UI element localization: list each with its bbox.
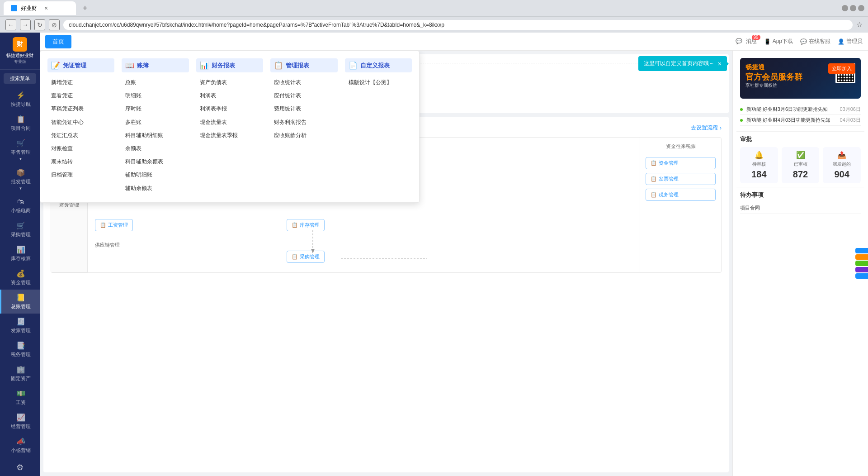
custom-report-section-title: 自定义报表 — [360, 62, 390, 70]
address-bar: ← → ↻ ⊘ ☆ — [0, 16, 868, 33]
tooltip-close-btn[interactable]: × — [718, 60, 722, 67]
news-dot-2 — [740, 119, 743, 122]
browser-tab[interactable]: 好业财 × — [4, 1, 76, 15]
capital-mgmt-node[interactable]: 📋 资金管理 — [646, 157, 716, 169]
sidebar-item-marketing[interactable]: 📣 小畅营销 — [0, 433, 40, 457]
menu-item-general-ledger[interactable]: 总账 — [122, 76, 189, 89]
menu-item-aux-detail[interactable]: 辅助明细账 — [122, 168, 189, 181]
menu-item-expense[interactable]: 费用统计表 — [270, 102, 337, 115]
menu-item-view-voucher[interactable]: 查看凭证 — [47, 89, 114, 102]
ledger-section-icon: 📖 — [125, 61, 134, 70]
sidebar-item-wholesale[interactable]: 📦 批发管理 ▼ — [0, 165, 40, 194]
news-item-2[interactable]: 新功能|好业财4月03日功能更新抢先知 04月03日 — [740, 115, 861, 126]
approval-done-card[interactable]: ✅ 已审核 872 — [782, 147, 820, 183]
menu-item-receivable[interactable]: 应收统计表 — [270, 76, 337, 89]
menu-item-profit-quarterly[interactable]: 利润表季报 — [196, 102, 263, 115]
sidebar-item-label: 固定资产 — [11, 375, 31, 382]
menu-item-balance-sheet[interactable]: 资产负债表 — [196, 76, 263, 89]
setup-flow-link[interactable]: 去设置流程 › — [691, 124, 722, 132]
sidebar-item-salary[interactable]: 💵 工资 — [0, 386, 40, 409]
salary-mgmt-node[interactable]: 📋 工资管理 — [95, 219, 133, 231]
menu-item-period-close[interactable]: 期末结转 — [47, 155, 114, 168]
sidebar-item-invoice[interactable]: 🧾 发票管理 — [0, 314, 40, 338]
app-download-btn[interactable]: 📱 App下载 — [764, 38, 793, 45]
sidebar-item-shortcut[interactable]: ⚡ 快捷导航 — [0, 87, 40, 111]
menu-item-template-design[interactable]: 模版设计【公测】 — [345, 76, 412, 89]
nav-delete-btn[interactable]: ⊘ — [49, 19, 60, 30]
inventory-mgmt-node[interactable]: 📋 库存管理 — [287, 219, 325, 231]
tax-mgmt-node[interactable]: 📋 税务管理 — [646, 189, 716, 201]
sidebar-item-label: 资金管理 — [11, 279, 31, 286]
menu-item-draft-voucher[interactable]: 草稿凭证列表 — [47, 102, 114, 115]
quick-action-desktop[interactable]: 桌面快捷 — [855, 273, 868, 279]
nav-back-btn[interactable]: ← — [5, 19, 16, 30]
shortcut-icon: ⚡ — [16, 91, 25, 100]
new-tab-btn[interactable]: + — [79, 2, 91, 14]
menu-item-finance-profit[interactable]: 财务利润报告 — [270, 116, 337, 129]
home-tab[interactable]: 首页 — [45, 35, 71, 48]
news-item-1[interactable]: 新功能|好业财3月6日功能更新抢先知 03月06日 — [740, 104, 861, 115]
mgmt-report-section-title: 管理报表 — [286, 62, 309, 70]
menu-item-cashflow[interactable]: 现金流量表 — [196, 116, 263, 129]
retail-icon: 🛒 — [16, 139, 25, 148]
quick-action-help[interactable]: 帮助中心 — [855, 254, 868, 260]
window-close[interactable] — [858, 5, 864, 11]
sidebar-item-inventory[interactable]: 📊 库存核算 — [0, 242, 40, 266]
menu-item-payable[interactable]: 应付统计表 — [270, 89, 337, 102]
approval-pending-card[interactable]: 🔔 待审核 184 — [740, 147, 778, 183]
expand-arrow-icon: ▼ — [19, 186, 23, 190]
search-menu-btn[interactable]: 搜索菜单 — [4, 73, 36, 84]
sidebar-item-label: 项目合同 — [11, 125, 31, 132]
address-input[interactable] — [63, 20, 853, 30]
right-panel: 畅捷通 官方会员服务群 享社群专属权益 立即加入 — [732, 51, 868, 476]
menu-item-cashflow-quarterly[interactable]: 现金流量表季报 — [196, 129, 263, 142]
menu-item-smart-voucher[interactable]: 智能凭证中心 — [47, 116, 114, 129]
menu-item-voucher-summary[interactable]: 凭证汇总表 — [47, 129, 114, 142]
sidebar-item-purchase[interactable]: 🛒 采购管理 — [0, 218, 40, 242]
nav-refresh-btn[interactable]: ↻ — [34, 19, 45, 30]
sidebar-item-capital[interactable]: 💰 资金管理 — [0, 266, 40, 290]
tab-close-btn[interactable]: × — [44, 5, 48, 12]
sidebar-item-fixed[interactable]: 🏢 固定资产 — [0, 362, 40, 386]
quick-action-service[interactable]: 客服热线 — [855, 261, 868, 266]
nav-forward-btn[interactable]: → — [20, 19, 31, 30]
quick-action-home[interactable]: 首页设置 — [855, 248, 868, 253]
menu-item-balance[interactable]: 余额表 — [122, 142, 189, 155]
sidebar-item-ops[interactable]: 📈 经营管理 — [0, 409, 40, 433]
menu-item-detail-ledger[interactable]: 明细账 — [122, 89, 189, 102]
todo-item-project[interactable]: 项目合同 — [740, 203, 861, 214]
sidebar-item-retail[interactable]: 🛒 零售管理 ▼ — [0, 135, 40, 165]
invoice-mgmt-node[interactable]: 📋 发票管理 — [646, 173, 716, 185]
menu-item-subject-balance[interactable]: 科目辅助余额表 — [122, 155, 189, 168]
menu-item-aux-balance[interactable]: 辅助余额表 — [122, 182, 189, 195]
menu-item-aging[interactable]: 应收账龄分析 — [270, 129, 337, 142]
sidebar-item-project[interactable]: 📋 项目合同 — [0, 111, 40, 135]
window-maximize[interactable] — [850, 5, 856, 11]
dropdown-menu: 📝 凭证管理 新增凭证 查看凭证 草稿凭证列表 智能凭证中心 凭证汇总表 对账检… — [40, 51, 420, 203]
menu-item-profit-loss[interactable]: 利润表 — [196, 89, 263, 102]
menu-item-reconcile[interactable]: 对账检查 — [47, 142, 114, 155]
approval-sent-card[interactable]: 📤 我发起的 904 — [823, 147, 861, 183]
menu-item-subject-detail[interactable]: 科目辅助明细账 — [122, 129, 189, 142]
sidebar-item-ecommerce[interactable]: 🛍 小畅电商 — [0, 194, 40, 218]
user-avatar[interactable]: 👤 管理员 — [838, 38, 863, 45]
online-service-btn[interactable]: 💬 在线客服 — [800, 38, 830, 45]
menu-item-multi-ledger[interactable]: 多栏账 — [122, 116, 189, 129]
sidebar-item-accounting[interactable]: 📒 总账管理 — [0, 290, 40, 314]
activity-section: 畅捷通 官方会员服务群 享社群专属权益 立即加入 — [736, 54, 864, 131]
menu-item-new-voucher[interactable]: 新增凭证 — [47, 76, 114, 89]
quick-action-community[interactable]: 服务社区 — [855, 267, 868, 272]
menu-item-sequential-ledger[interactable]: 序时账 — [122, 102, 189, 115]
sidebar-item-label: 经营管理 — [11, 423, 31, 430]
activity-subtitle: 享社群专属权益 — [745, 82, 802, 89]
sidebar-settings-icon[interactable]: ⚙ — [16, 462, 24, 472]
notification-btn[interactable]: 💬 99 消息 — [736, 38, 756, 45]
service-icon: 💬 — [800, 38, 807, 45]
purchase-mgmt-node[interactable]: 📋 采购管理 — [287, 251, 325, 263]
menu-item-archive[interactable]: 归档管理 — [47, 168, 114, 181]
sidebar-item-tax[interactable]: 📑 税务管理 — [0, 338, 40, 362]
window-minimize[interactable] — [842, 5, 848, 11]
sidebar-item-label: 批发管理 — [11, 178, 31, 185]
bookmark-star[interactable]: ☆ — [856, 20, 863, 29]
join-group-btn[interactable]: 立即加入 — [828, 63, 855, 74]
